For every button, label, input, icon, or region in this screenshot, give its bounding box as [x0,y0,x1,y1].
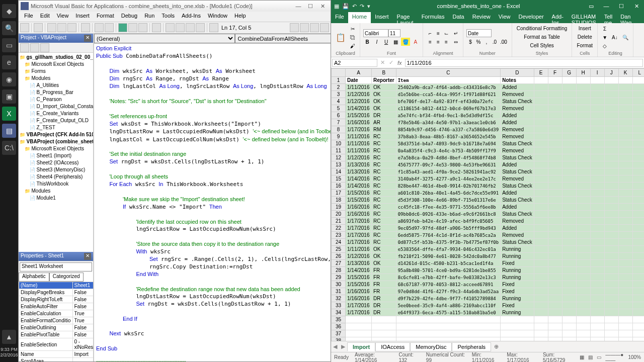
row-header[interactable]: 10 [332,140,346,147]
col-header[interactable]: L [632,69,644,77]
tree-node[interactable]: Module1 [20,195,92,202]
ribbon-tab-page-layout[interactable]: Page Layout [393,12,418,23]
close-button[interactable]: ✕ [316,3,329,10]
properties-button[interactable] [176,23,185,32]
prop-tab-categorized[interactable]: Categorized [49,273,84,282]
copy-button[interactable]: ⿻ [349,34,357,42]
uncomment-button[interactable] [320,23,329,32]
project-tree[interactable]: gs_gillham_studios_02_00_02Microsoft Exc… [19,53,93,252]
col-header[interactable]: H [576,69,590,77]
find-button[interactable] [81,23,90,32]
row-header[interactable]: 36 [332,323,346,330]
row-header[interactable]: 11 [332,147,346,154]
cancel-icon[interactable]: ✕ [378,59,387,66]
paste-button[interactable] [67,23,76,32]
tree-node[interactable]: B_Progress_Bar [20,89,92,96]
taskview-icon[interactable]: ▭ [2,38,16,52]
tree-node[interactable]: C_Pearson [20,96,92,103]
break-button[interactable] [128,23,137,32]
share-button[interactable]: Share [641,12,644,23]
row-header[interactable]: 29 [332,274,346,281]
view-layout-icon[interactable]: ▤ [588,354,593,360]
vba-titlebar[interactable]: Microsoft Visual Basic for Applications … [19,1,331,12]
col-header[interactable]: J [604,69,618,77]
format-painter-button[interactable]: 🖌 [349,42,357,50]
clear-button[interactable]: ◇ [601,42,609,50]
align-right-button[interactable]: ≡ [442,38,450,46]
ribbon-tab-data[interactable]: Data [448,12,468,23]
sheet-tab-import[interactable]: Import [347,342,375,351]
row-header[interactable]: 3 [332,91,346,98]
format-table-button[interactable]: Format as Table [522,33,561,41]
excel-titlebar[interactable]: ▦ 💾 ↶ ↷ ▾ combine_sheets_into_one - Exce… [331,0,644,12]
ribbon-tab-add-ins[interactable]: Add-Ins [548,12,568,23]
ribbon-tab-gillham-studios[interactable]: GILLHAM STUDIOS [568,12,600,23]
maximize-button[interactable]: ☐ [304,3,316,10]
col-header[interactable]: K [618,69,632,77]
cut-button[interactable]: ✂ [349,25,357,33]
tree-node[interactable]: VBAProject (CFK Add-In 510.xl [20,131,92,138]
row-header[interactable]: 4 [332,98,346,105]
row-header[interactable]: 15 [332,175,346,183]
ribbon-options-icon[interactable]: ▭ [584,3,599,10]
view-break-icon[interactable]: ▭ [597,354,601,360]
col-header[interactable]: E [534,69,548,77]
zoom-level[interactable]: 100% [628,354,641,360]
font-color-button[interactable]: A [412,38,420,46]
align-top-button[interactable]: ⌐ [426,29,434,37]
add-sheet-button[interactable]: ⊕ [491,343,502,350]
row-header[interactable]: 27 [332,260,346,267]
copy-button[interactable] [57,23,66,32]
font-name-select[interactable] [363,29,388,37]
tree-node[interactable]: Modules [20,188,92,195]
run-button[interactable] [118,23,127,32]
col-header[interactable]: F [548,69,562,77]
row-header[interactable]: 13 [332,161,346,168]
col-header[interactable]: I [590,69,604,77]
sheet-tab-peripherals[interactable]: Peripherals [452,342,491,351]
tree-node[interactable]: gs_gillham_studios_02_00_02 [20,54,92,61]
row-header[interactable]: 32 [332,295,346,302]
sheet-tab-memorydisc[interactable]: MemoryDisc [410,342,452,351]
insert-cells-button[interactable]: Insert [577,24,593,32]
row-header[interactable]: 6 [332,112,346,119]
menu-view[interactable]: View [53,12,72,22]
save-button[interactable] [34,23,43,32]
ribbon-tab-insert[interactable]: Insert [371,12,393,23]
tray-icon[interactable]: ▲ [2,330,16,344]
row-header[interactable]: 8 [332,126,346,133]
menu-tools[interactable]: Tools [158,12,178,22]
col-header[interactable]: C [396,69,500,77]
wrap-text-button[interactable]: ↵ [452,29,460,37]
tree-node[interactable]: Sheet2 (IOAccess) [20,159,92,166]
ribbon-tab-view[interactable]: View [495,12,515,23]
properties-object-select[interactable]: Sheet1 Worksheet [20,262,92,272]
tree-node[interactable]: Z_TEST [20,124,92,131]
row-header[interactable]: 9 [332,133,346,140]
percent-button[interactable]: % [474,38,482,46]
formula-input[interactable] [405,59,643,67]
ribbon-tab-developer[interactable]: Developer [514,12,547,23]
row-header[interactable]: 7 [332,119,346,126]
code-editor[interactable]: Option Explicit Public Sub CombineDataFr… [94,44,331,361]
tree-node[interactable]: Sheet1 (Import) [20,152,92,159]
col-header[interactable]: G [562,69,576,77]
align-left-button[interactable]: ≡ [426,38,434,46]
procedure-dropdown[interactable]: CombineDataFromAllSheets [235,34,331,43]
italic-button[interactable]: I [373,38,381,46]
enter-icon[interactable]: ✓ [387,59,395,66]
underline-button[interactable]: U [382,38,390,46]
tree-node[interactable]: VBAProject (combine_sheets_ [20,138,92,145]
close-button[interactable]: ✕ [629,3,644,10]
project-close-button[interactable]: ✕ [84,35,91,42]
view-excel-button[interactable] [20,23,29,32]
menu-edit[interactable]: Edit [37,12,53,22]
minimize-button[interactable]: — [292,3,304,10]
autosum-button[interactable]: Σ [601,25,609,33]
redo-icon[interactable]: ↷ [360,3,364,10]
tree-node[interactable]: A_Utilities [20,82,92,89]
view-object-button[interactable] [30,43,39,52]
row-header[interactable]: 22 [332,225,346,232]
chrome-icon[interactable]: ◉ [2,72,16,86]
menu-help[interactable]: Help [231,12,250,22]
